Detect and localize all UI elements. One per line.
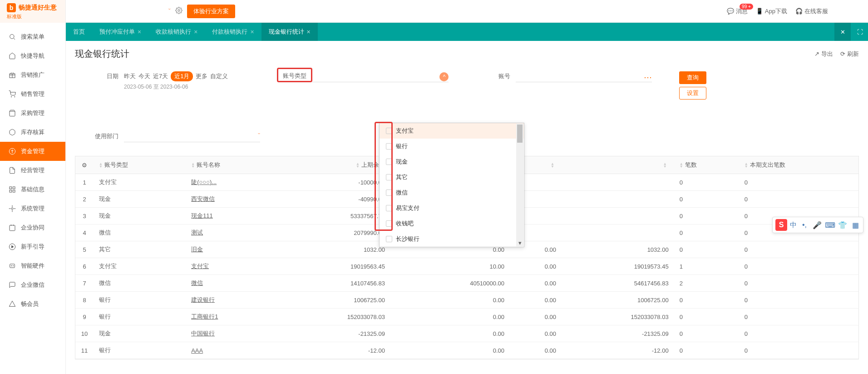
- checkbox-icon[interactable]: [386, 174, 392, 180]
- ime-keyboard-icon[interactable]: ⌨: [825, 220, 835, 230]
- ime-punct-icon[interactable]: •,: [799, 220, 809, 230]
- more-icon[interactable]: ⋯: [644, 72, 652, 82]
- ime-mic-icon[interactable]: 🎤: [812, 220, 822, 230]
- sort-icon[interactable]: ▲▼: [680, 163, 683, 168]
- dropdown-item-0[interactable]: 支付宝: [380, 123, 524, 139]
- cell-name[interactable]: 中国银行: [186, 325, 278, 342]
- ime-logo-icon[interactable]: S: [775, 219, 787, 231]
- cell-name[interactable]: 西安微信: [186, 191, 278, 208]
- dropdown-item-4[interactable]: 微信: [380, 185, 524, 200]
- gear-icon[interactable]: ⚙: [82, 162, 87, 169]
- dropdown-item-6[interactable]: 收钱吧: [380, 216, 524, 231]
- close-icon[interactable]: ×: [138, 28, 141, 35]
- sort-icon[interactable]: ▲▼: [551, 163, 554, 168]
- sort-icon[interactable]: ▲▼: [191, 163, 195, 168]
- sidebar-item-3[interactable]: 销售管理: [0, 85, 65, 104]
- dropdown-item-5[interactable]: 易宝支付: [380, 200, 524, 216]
- checkbox-icon[interactable]: [386, 189, 392, 196]
- cell-name[interactable]: 建设银行: [186, 292, 278, 309]
- export-button[interactable]: ↗ 导出: [814, 50, 833, 58]
- date-quick-0[interactable]: 昨天: [124, 72, 136, 80]
- cell-name[interactable]: AAA: [186, 342, 278, 359]
- dept-input[interactable]: [124, 131, 260, 142]
- fullscreen-button[interactable]: ⛶: [852, 23, 868, 41]
- sidebar-item-14[interactable]: 畅会员: [0, 294, 65, 314]
- close-icon[interactable]: ×: [250, 28, 254, 35]
- tab-2[interactable]: 收款核销执行×: [148, 23, 205, 41]
- date-quick-2[interactable]: 近7天: [153, 72, 168, 80]
- column-8[interactable]: ▲▼本期支出笔数: [739, 156, 858, 174]
- sort-icon[interactable]: ▲▼: [745, 163, 748, 168]
- cell-name[interactable]: 微信: [186, 275, 278, 292]
- refresh-button[interactable]: ⟳ 刷新: [840, 50, 859, 58]
- app-download-button[interactable]: 📱 App下载: [756, 7, 787, 15]
- dropdown-item-2[interactable]: 现金: [380, 154, 524, 170]
- cell-name[interactable]: 工商银行1: [186, 309, 278, 325]
- scrollbar-thumb[interactable]: [517, 125, 523, 143]
- sidebar-item-2[interactable]: 营销推广: [0, 65, 65, 85]
- sidebar-item-4[interactable]: 采购管理: [0, 104, 65, 123]
- tab-4[interactable]: 现金银行统计×: [261, 23, 318, 41]
- ime-shirt-icon[interactable]: 👕: [838, 220, 848, 230]
- sidebar-item-0[interactable]: 搜索菜单: [0, 27, 65, 46]
- sidebar-item-7[interactable]: 经营管理: [0, 161, 65, 180]
- sidebar-item-8[interactable]: 基础信息: [0, 180, 65, 199]
- ime-grid-icon[interactable]: ▦: [850, 220, 860, 230]
- company-select[interactable]: ˇ: [75, 8, 171, 15]
- sidebar-item-10[interactable]: 企业协同: [0, 218, 65, 237]
- sort-icon[interactable]: ▲▼: [356, 163, 360, 168]
- close-icon[interactable]: ×: [307, 28, 311, 35]
- sidebar-item-12[interactable]: 智能硬件: [0, 256, 65, 275]
- checkbox-icon[interactable]: [386, 236, 392, 242]
- column-0[interactable]: ⚙: [75, 156, 94, 174]
- ime-lang-button[interactable]: 中: [790, 221, 797, 229]
- settings-button[interactable]: 设置: [679, 87, 706, 100]
- date-quick-5[interactable]: 自定义: [210, 72, 228, 80]
- close-tab-button[interactable]: ✕: [834, 23, 851, 41]
- experience-button[interactable]: 体验行业方案: [187, 5, 235, 18]
- cell-name[interactable]: 旧金: [186, 241, 278, 258]
- checkbox-icon[interactable]: [386, 128, 392, 134]
- scrollbar-down-icon[interactable]: ▾: [516, 239, 523, 246]
- date-quick-4[interactable]: 更多: [196, 72, 207, 80]
- tab-3[interactable]: 付款核销执行×: [205, 23, 261, 41]
- dropdown-item-7[interactable]: 长沙银行: [380, 231, 524, 247]
- sidebar-item-9[interactable]: 系统管理: [0, 199, 65, 218]
- tab-1[interactable]: 预付冲应付单×: [92, 23, 148, 41]
- search-button[interactable]: 查询: [679, 71, 706, 84]
- account-type-input[interactable]: [312, 71, 449, 82]
- date-quick-1[interactable]: 今天: [138, 72, 150, 80]
- gear-icon[interactable]: [175, 7, 182, 15]
- sidebar-item-1[interactable]: 快捷导航: [0, 46, 65, 65]
- column-6[interactable]: ▲▼: [562, 156, 674, 174]
- online-service-button[interactable]: 🎧 在线客服: [795, 7, 828, 15]
- sidebar-item-13[interactable]: 企业微信: [0, 275, 65, 294]
- sort-icon[interactable]: ▲▼: [663, 163, 667, 168]
- cell-name[interactable]: 陡(○○○)...: [186, 174, 278, 191]
- sidebar-item-5[interactable]: 库存核算: [0, 123, 65, 142]
- messages-button[interactable]: 💬 消息 99 +: [727, 7, 748, 15]
- column-2[interactable]: ▲▼账号名称: [186, 156, 278, 174]
- dropdown-item-3[interactable]: 其它: [380, 170, 524, 185]
- checkbox-icon[interactable]: [386, 159, 392, 165]
- checkbox-icon[interactable]: [386, 220, 392, 227]
- sidebar-item-11[interactable]: 新手引导: [0, 237, 65, 256]
- close-icon[interactable]: ×: [194, 28, 197, 35]
- column-1[interactable]: ▲▼账号类型: [94, 156, 186, 174]
- date-quick-3[interactable]: 近1月: [171, 71, 193, 81]
- dropdown-item-1[interactable]: 银行: [380, 139, 524, 154]
- sidebar-item-6[interactable]: 资金管理: [0, 142, 65, 161]
- account-input[interactable]: [516, 71, 652, 82]
- chevron-down-icon[interactable]: ˇ: [258, 132, 260, 140]
- cell-name[interactable]: 支付宝: [186, 258, 278, 275]
- checkbox-icon[interactable]: [386, 205, 392, 211]
- cell-name[interactable]: 现金111: [186, 208, 278, 224]
- sort-icon[interactable]: ▲▼: [99, 163, 103, 168]
- cell-name[interactable]: 测试: [186, 224, 278, 241]
- column-7[interactable]: ▲▼笔数: [674, 156, 739, 174]
- dropdown-scrollbar[interactable]: ▾: [516, 124, 523, 246]
- svg-marker-20: [9, 301, 15, 306]
- column-3[interactable]: ▲▼上期余额: [278, 156, 390, 174]
- checkbox-icon[interactable]: [386, 143, 392, 150]
- tab-0[interactable]: 首页: [66, 23, 92, 41]
